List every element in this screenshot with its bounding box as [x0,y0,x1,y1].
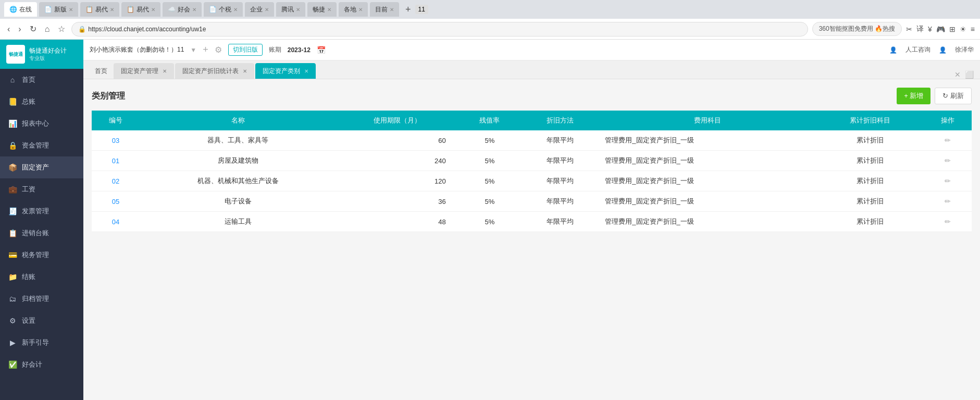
sidebar-item-reports[interactable]: 📊 报表中心 [0,113,83,135]
tab-changjie[interactable]: 畅捷 ✕ [307,2,337,17]
cell-id[interactable]: 05 [92,191,140,212]
sidebar-item-label: 固定资产 [22,163,49,172]
maximize-icon[interactable]: ⬜ [965,70,974,79]
sidebar-item-guide[interactable]: ▶ 新手引导 [0,332,83,354]
gear-icon[interactable]: ⚙ [215,45,222,55]
tab-zaixian[interactable]: 🌐 在线 [4,2,37,17]
add-account-btn[interactable]: + [203,44,208,55]
tab-close[interactable]: ✕ [358,7,363,13]
tab-tengxun[interactable]: 腾讯 ✕ [276,2,305,17]
tab-close-haohui[interactable]: ✕ [192,7,196,13]
cell-id[interactable]: 03 [92,130,140,151]
address-bar[interactable]: 🔒 https://cloud.chanjet.com/accounting/u… [71,22,808,37]
edit-btn[interactable]: ✏ [945,197,951,205]
main-content: 类别管理 + 新增 ↻ 刷新 编号 名称 使用期限（月） 残值率 折旧方法 费用… [83,79,980,400]
settings-icon[interactable]: ≡ [971,25,975,33]
cell-action: ✏ [924,130,972,151]
breadcrumb-tab-fixedasset-mgmt[interactable]: 固定资产管理 ✕ [114,63,174,79]
reload-btn[interactable]: ↻ [28,22,39,36]
sidebar-item-fixedassets[interactable]: 📦 固定资产 [0,156,83,178]
cell-name: 电子设备 [140,191,336,212]
sidebar-item-ledger[interactable]: 📒 总账 [0,91,83,113]
sidebar-item-label: 进销台账 [22,228,49,238]
tab-yidai2[interactable]: 📋 易代 ✕ [121,2,160,17]
brightness-icon[interactable]: ☀ [960,25,966,33]
breadcrumb-tab-close[interactable]: ✕ [163,68,167,74]
cell-action: ✏ [924,191,972,212]
sidebar-item-invoice[interactable]: 🧾 发票管理 [0,200,83,222]
sidebar-item-settings[interactable]: ⚙ 设置 [0,310,83,332]
tab-yidai1[interactable]: 📋 易代 ✕ [80,2,119,17]
breadcrumb-tab-close[interactable]: ✕ [304,68,308,74]
ledger-icon: 📒 [8,98,17,106]
service-icon: 👤 [889,46,897,54]
cell-residual: 5% [458,171,522,191]
sidebar-item-haokuaiji[interactable]: ✅ 好会计 [0,354,83,375]
refresh-button[interactable]: ↻ 刷新 [935,88,972,104]
tab-muqian[interactable]: 目前 ✕ [370,2,399,17]
sidebar-item-label: 新手引导 [22,338,49,347]
cell-expense: 管理费用_固定资产折旧_一级 [599,171,816,191]
service-label[interactable]: 人工咨询 [905,45,931,54]
cell-expense: 管理费用_固定资产折旧_一级 [599,130,816,151]
sidebar-item-tax[interactable]: 💳 税务管理 [0,244,83,266]
grid-icon[interactable]: ⊞ [949,25,956,33]
translate-icon[interactable]: 译 [916,25,924,34]
breadcrumb-tab-close[interactable]: ✕ [243,68,247,74]
sidebar-item-close[interactable]: 📁 结账 [0,266,83,288]
cell-method: 年限平均 [521,130,599,151]
tab-haohui[interactable]: ☁️ 好会 ✕ [163,2,202,17]
minimize-icon[interactable]: ✕ [954,70,961,79]
game-icon[interactable]: 🎮 [936,25,945,33]
sidebar-item-archive[interactable]: 🗂 归档管理 [0,288,83,310]
back-btn[interactable]: ‹ [5,22,12,36]
sidebar-item-funds[interactable]: 🔒 资金管理 [0,135,83,156]
cell-id[interactable]: 01 [92,151,140,171]
forward-btn[interactable]: › [16,22,23,36]
sidebar-item-purchase[interactable]: 📋 进销台账 [0,222,83,244]
breadcrumb-tab-depreciation-table[interactable]: 固定资产折旧统计表 ✕ [175,63,254,79]
calendar-icon[interactable]: 📅 [317,46,326,54]
sidebar-item-salary[interactable]: 💼 工资 [0,178,83,200]
breadcrumb-tab-category[interactable]: 固定资产类别 ✕ [255,63,316,79]
col-action: 操作 [924,111,972,130]
table-row: 05 电子设备 36 5% 年限平均 管理费用_固定资产折旧_一级 累计折旧 ✏ [92,191,972,212]
tab-close[interactable]: ✕ [110,7,114,13]
new-tab-btn[interactable]: + [405,4,411,15]
switch-version-btn[interactable]: 切到旧版 [228,44,263,56]
coupon-icon[interactable]: ¥ [928,25,932,33]
archive-icon: 🗂 [8,295,17,303]
cell-method: 年限平均 [521,151,599,171]
search-box[interactable]: 360智能抠图免费用 🔥热搜 [812,22,902,36]
col-accumulated: 累计折旧科目 [816,111,924,130]
tab-close[interactable]: ✕ [233,7,238,13]
edit-btn[interactable]: ✏ [945,177,951,185]
cell-id[interactable]: 04 [92,212,140,232]
cell-period: 240 [336,151,458,171]
tab-close[interactable]: ✕ [151,7,155,13]
edit-btn[interactable]: ✏ [945,217,951,226]
home-btn[interactable]: ⌂ [43,22,52,36]
tab-close[interactable]: ✕ [390,7,394,13]
tab-close[interactable]: ✕ [296,7,300,13]
tab-close[interactable]: ✕ [265,7,269,13]
tab-qiye[interactable]: 企业 ✕ [245,2,274,17]
tab-gedi[interactable]: 各地 ✕ [339,2,368,17]
edit-btn[interactable]: ✏ [945,136,951,144]
breadcrumb-tab-label: 固定资产管理 [121,67,158,76]
sidebar-item-home[interactable]: ⌂ 首页 [0,69,83,91]
cell-id[interactable]: 02 [92,171,140,191]
breadcrumb-home[interactable]: 首页 [90,63,113,79]
logo-icon: 畅捷通 [6,45,25,64]
tab-xinban[interactable]: 📄 新版 ✕ [39,2,78,17]
cell-accumulated: 累计折旧 [816,191,924,212]
add-button[interactable]: + 新增 [897,88,931,104]
bookmark-btn[interactable]: ☆ [56,22,67,36]
cut-icon[interactable]: ✂ [906,25,912,33]
tab-close[interactable]: ✕ [69,7,73,13]
expand-icon[interactable]: ▼ [190,46,196,54]
tab-icon: 📋 [85,6,93,13]
edit-btn[interactable]: ✏ [945,156,951,165]
tab-close[interactable]: ✕ [327,7,331,13]
tab-geshui[interactable]: 📄 个税 ✕ [204,2,243,17]
